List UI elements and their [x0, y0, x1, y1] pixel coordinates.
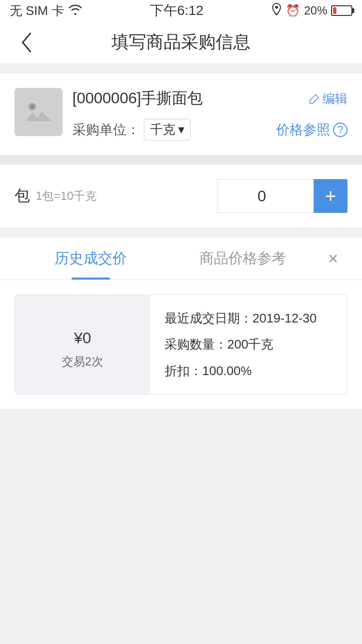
wifi-icon: [68, 3, 83, 18]
tab-section: 历史成交价 商品价格参考 × ¥0 交易2次 最近成交日期：2019-12-30…: [0, 238, 362, 409]
unit-value: 千克: [150, 121, 175, 138]
quantity-plus-button[interactable]: +: [314, 179, 348, 213]
product-name-row: [0000006]手撕面包 编辑: [72, 88, 348, 109]
alarm-icon: ⏰: [286, 4, 300, 17]
history-right: 最近成交日期：2019-12-30 采购数量：200千克 折扣：100.00%: [150, 295, 347, 394]
quantity-sub-label: 1包=10千克: [36, 188, 97, 204]
history-left: ¥0 交易2次: [15, 295, 150, 394]
edit-button[interactable]: 编辑: [309, 90, 348, 107]
product-card: [0000006]手撕面包 编辑 采购单位： 千克 ▾ 价格参照 ?: [0, 73, 362, 155]
quantity-unit: 包: [14, 185, 30, 207]
battery-icon: [331, 5, 352, 16]
location-icon: [271, 3, 282, 18]
quantity-input[interactable]: [217, 179, 314, 213]
tab-bar: 历史成交价 商品价格参考 ×: [0, 238, 362, 280]
history-date: 最近成交日期：2019-12-30: [165, 309, 333, 327]
svg-point-0: [275, 6, 278, 9]
page-title: 填写商品采购信息: [39, 30, 323, 54]
section-divider: [0, 155, 362, 165]
tab-history-price[interactable]: 历史成交价: [14, 238, 167, 280]
unit-select[interactable]: 千克 ▾: [144, 119, 191, 140]
product-details: [0000006]手撕面包 编辑 采购单位： 千克 ▾ 价格参照 ?: [72, 88, 348, 140]
status-time: 下午6:12: [150, 1, 204, 20]
back-button[interactable]: [14, 30, 39, 55]
quantity-row: 包 1包=10千克 +: [0, 165, 362, 228]
history-trade-count: 交易2次: [62, 354, 103, 369]
history-qty: 采购数量：200千克: [165, 336, 333, 353]
main-background: [0, 409, 362, 644]
price-ref-label: 价格参照: [276, 121, 330, 139]
tab-close-button[interactable]: ×: [319, 244, 348, 273]
unit-row: 采购单位： 千克 ▾ 价格参照 ?: [72, 119, 348, 140]
nav-bar: 填写商品采购信息: [0, 21, 362, 64]
history-discount: 折扣：100.00%: [165, 362, 333, 379]
signal-icon: 无 SIM 卡: [10, 2, 64, 19]
quantity-input-group: +: [217, 179, 348, 213]
unit-label: 采购单位：: [72, 121, 140, 139]
chevron-down-icon: ▾: [178, 122, 184, 137]
tab-product-price-ref[interactable]: 商品价格参考: [167, 238, 319, 280]
svg-point-2: [30, 105, 34, 109]
product-name: [0000006]手撕面包: [72, 88, 203, 109]
product-image: [14, 88, 63, 136]
status-left: 无 SIM 卡: [10, 2, 83, 19]
history-price: ¥0: [74, 320, 91, 349]
price-ref-button[interactable]: 价格参照 ?: [276, 121, 348, 139]
history-card: ¥0 交易2次 最近成交日期：2019-12-30 采购数量：200千克 折扣：…: [14, 294, 348, 394]
help-icon: ?: [333, 123, 348, 137]
quantity-label: 包 1包=10千克: [14, 185, 97, 207]
tab-content: ¥0 交易2次 最近成交日期：2019-12-30 采购数量：200千克 折扣：…: [0, 280, 362, 409]
status-bar: 无 SIM 卡 下午6:12 ⏰ 20%: [0, 0, 362, 21]
battery-pct: 20%: [304, 4, 327, 17]
status-right: ⏰ 20%: [271, 3, 352, 18]
